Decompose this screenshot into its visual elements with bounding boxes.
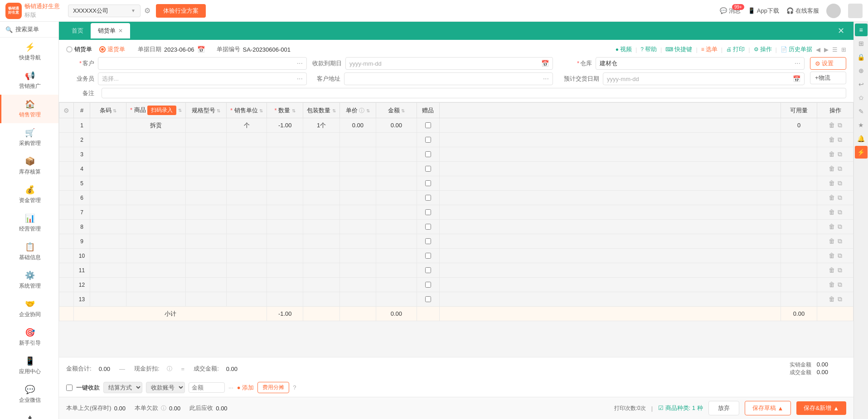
action-select[interactable]: ≡ 选单	[701, 45, 718, 53]
row7-copy-icon[interactable]: ⧉	[838, 208, 842, 216]
pack-sort-icon[interactable]: ⇅	[332, 108, 336, 113]
try-industry-button[interactable]: 体验行业方案	[156, 4, 206, 18]
expense-help-icon[interactable]: ?	[293, 384, 296, 391]
row3-copy-icon[interactable]: ⧉	[838, 150, 842, 158]
row1-delete-icon[interactable]: 🗑	[829, 121, 835, 129]
add-payment-button[interactable]: ● 添加	[237, 384, 254, 392]
action-print[interactable]: 🖨 打印	[726, 45, 745, 53]
row9-copy-icon[interactable]: ⧉	[838, 237, 842, 245]
row12-copy-icon[interactable]: ⧉	[838, 281, 842, 289]
sidebar-item-purchase[interactable]: 🛒 采购管理	[0, 123, 58, 152]
sidebar-item-operations[interactable]: 📊 经营管理	[0, 209, 58, 237]
spec-sort-icon[interactable]: ⇅	[217, 108, 220, 113]
row11-delete-icon[interactable]: 🗑	[829, 266, 835, 274]
row1-gift[interactable]	[417, 118, 439, 133]
row13-copy-icon[interactable]: ⧉	[838, 295, 842, 303]
online-service-button[interactable]: 🎧 在线客服	[786, 7, 819, 15]
app-download-button[interactable]: 📱 App下载	[748, 7, 779, 15]
sidebar-item-quick[interactable]: ⚡ 快捷导航	[0, 38, 58, 66]
row2-copy-icon[interactable]: ⧉	[838, 136, 842, 144]
sidebar-item-basic[interactable]: 📋 基础信息	[0, 237, 58, 266]
right-panel-btn-undo[interactable]: ↩	[855, 78, 868, 91]
company-selector[interactable]: XXXXXX公司 ▼	[68, 5, 141, 17]
row5-gift-checkbox[interactable]	[425, 180, 431, 186]
sidebar-search[interactable]: 🔍 搜索菜单	[0, 22, 58, 38]
action-operate[interactable]: ⚙ 操作	[754, 45, 772, 53]
action-help[interactable]: ? 帮助	[640, 45, 657, 53]
row4-delete-icon[interactable]: 🗑	[829, 165, 835, 173]
row10-copy-icon[interactable]: ⧉	[838, 252, 842, 260]
row1-gift-checkbox[interactable]	[425, 122, 431, 128]
action-video[interactable]: ● 视频	[616, 45, 632, 53]
sidebar-item-sales[interactable]: 🏠 销售管理	[0, 95, 58, 123]
row7-gift-checkbox[interactable]	[425, 209, 431, 215]
row1-price[interactable]: 0.00	[339, 118, 376, 133]
account-select[interactable]: 收款账号	[146, 382, 185, 393]
right-panel-btn-add[interactable]: ⊕	[855, 64, 868, 77]
save-draft-button[interactable]: 保存草稿 ▲	[745, 401, 791, 415]
address-input[interactable]: ···	[344, 72, 553, 85]
close-all-tabs-icon[interactable]: ✕	[834, 26, 848, 36]
table-gear-icon[interactable]: ⚙	[63, 107, 69, 114]
logistics-button[interactable]: +物流	[810, 72, 846, 84]
radio-return[interactable]: 退货单	[99, 45, 125, 53]
row1-desc[interactable]	[439, 118, 781, 133]
row1-product[interactable]: 拆贡	[126, 118, 186, 133]
scan-button[interactable]: 扫码录入	[147, 106, 176, 115]
row13-gift-checkbox[interactable]	[425, 296, 431, 302]
amount-input[interactable]	[189, 382, 225, 393]
row1-pack[interactable]: 1个	[303, 118, 340, 133]
row7-delete-icon[interactable]: 🗑	[829, 208, 835, 216]
delivery-input[interactable]: yyyy-mm-dd 📅	[603, 72, 805, 85]
row6-gift-checkbox[interactable]	[425, 195, 431, 201]
unit-sort-icon[interactable]: ⇅	[259, 108, 263, 113]
nav-prev-icon[interactable]: ◀	[816, 46, 820, 53]
row1-barcode[interactable]	[90, 118, 126, 133]
view-grid-icon[interactable]: ⊞	[841, 46, 846, 53]
company-settings-icon[interactable]: ⚙	[144, 6, 150, 15]
row4-gift-checkbox[interactable]	[425, 166, 431, 172]
price-info-icon[interactable]: ⓘ	[359, 107, 364, 114]
tab-close-icon[interactable]: ✕	[118, 28, 123, 34]
sidebar-item-guide[interactable]: 🎯 新手引导	[0, 323, 58, 352]
stat2-info-icon[interactable]: ⓘ	[161, 405, 166, 412]
product-count[interactable]: ☑ 商品种类: 1 种	[658, 404, 703, 412]
right-panel-btn-orange[interactable]: ⚡	[855, 146, 868, 159]
salesman-input[interactable]: 选择... ···	[98, 72, 307, 85]
discard-button[interactable]: 放弃	[708, 401, 739, 415]
sidebar-item-system[interactable]: ⚙️ 系统管理	[0, 266, 58, 294]
action-history[interactable]: 📄 历史单据	[781, 45, 812, 53]
tab-home[interactable]: 首页	[64, 23, 91, 39]
one-click-pay-checkbox[interactable]	[66, 385, 73, 391]
right-panel-btn-star[interactable]: ✩	[855, 92, 868, 104]
sidebar-item-member[interactable]: ♦ 畅会员	[0, 409, 58, 419]
row6-copy-icon[interactable]: ⧉	[838, 194, 842, 202]
right-panel-btn-edit[interactable]: ✎	[855, 105, 868, 118]
row11-copy-icon[interactable]: ⧉	[838, 266, 842, 274]
amount-sort-icon[interactable]: ⇅	[401, 108, 405, 113]
user-menu[interactable]	[848, 4, 863, 18]
barcode-sort-icon[interactable]: ⇅	[113, 108, 116, 113]
calendar2-icon[interactable]: 📅	[541, 60, 549, 67]
row6-delete-icon[interactable]: 🗑	[829, 194, 835, 202]
row8-delete-icon[interactable]: 🗑	[829, 223, 835, 231]
row1-copy-icon[interactable]: ⧉	[838, 121, 842, 129]
sidebar-item-inventory[interactable]: 📦 库存核算	[0, 152, 58, 180]
view-list-icon[interactable]: ☰	[832, 46, 838, 53]
sidebar-item-collab[interactable]: 🤝 企业协同	[0, 294, 58, 323]
calendar3-icon[interactable]: 📅	[793, 75, 800, 82]
row10-gift-checkbox[interactable]	[425, 253, 431, 259]
nav-next-icon[interactable]: ▶	[824, 46, 829, 53]
right-panel-btn-fav[interactable]: ★	[855, 119, 868, 131]
right-panel-btn-lock[interactable]: 🔒	[855, 51, 868, 63]
save-new-button[interactable]: 保存&新增 ▲	[796, 401, 846, 415]
row13-delete-icon[interactable]: 🗑	[829, 295, 835, 303]
row2-delete-icon[interactable]: 🗑	[829, 136, 835, 144]
product-sort-icon[interactable]: ⇅	[178, 108, 182, 113]
row10-delete-icon[interactable]: 🗑	[829, 252, 835, 260]
sidebar-item-appstore[interactable]: 📱 应用中心	[0, 352, 58, 380]
row9-gift-checkbox[interactable]	[425, 238, 431, 244]
sidebar-item-marketing[interactable]: 📢 营销推广	[0, 66, 58, 95]
right-panel-btn-list[interactable]: ≡	[855, 24, 868, 36]
row1-spec[interactable]	[185, 118, 226, 133]
